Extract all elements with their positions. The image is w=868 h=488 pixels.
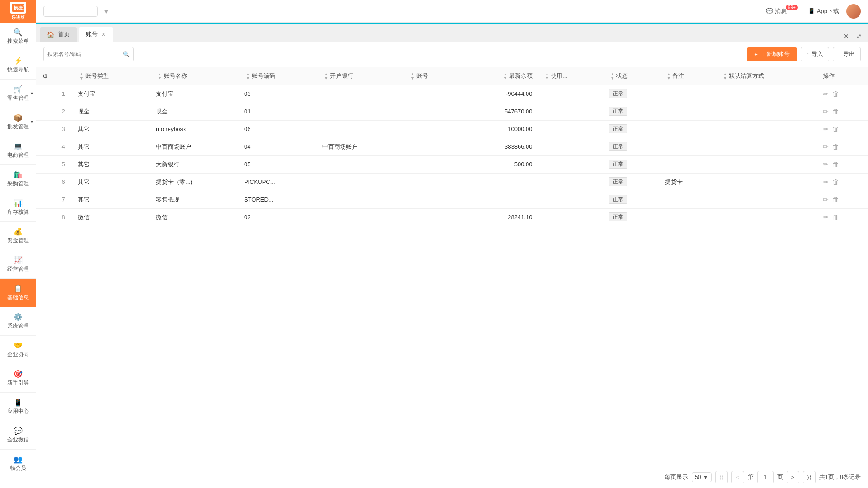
table-row: 5 其它 大新银行 05 500.00 正常 ✏ 🗑 xyxy=(36,155,868,173)
sidebar-item-wholesale-mgmt[interactable]: 📦 批发管理 ▼ xyxy=(0,108,36,136)
default-settlement-column-header[interactable]: ▲▼ 默认结算方式 xyxy=(716,67,817,85)
name-column-header[interactable]: ▲▼ 账号名称 xyxy=(151,67,239,85)
notification-button[interactable]: 💬 消息 99+ xyxy=(766,7,801,15)
type-column-header[interactable]: ▲▼ 账号类型 xyxy=(72,67,151,85)
row-default-settlement-cell xyxy=(716,85,817,103)
note-column-header[interactable]: ▲▼ 备注 xyxy=(660,67,716,85)
import-button[interactable]: ↑ 导入 xyxy=(801,47,829,61)
row-balance-cell: 10000.00 xyxy=(459,120,538,138)
table-row: 2 现金 现金 01 547670.00 正常 ✏ 🗑 xyxy=(36,103,868,120)
sidebar-item-app-center[interactable]: 📱 应用中心 xyxy=(0,393,36,421)
sidebar-item-inventory-check[interactable]: 📊 库存核算 xyxy=(0,193,36,222)
export-button[interactable]: ↓ 导出 xyxy=(833,47,861,61)
sidebar-item-retail-mgmt[interactable]: 🛒 零售管理 ▼ xyxy=(0,80,36,108)
row-status-cell: 正常 xyxy=(603,208,659,226)
table-row: 3 其它 moneybosx 06 10000.00 正常 ✏ 🗑 xyxy=(36,120,868,138)
edit-button[interactable]: ✏ xyxy=(823,178,829,186)
delete-button[interactable]: 🗑 xyxy=(832,90,839,98)
status-badge: 正常 xyxy=(609,160,627,169)
row-default-settlement-cell xyxy=(716,173,817,191)
row-status-cell: 正常 xyxy=(603,138,659,155)
action-buttons: ✏ 🗑 xyxy=(823,90,863,98)
delete-button[interactable]: 🗑 xyxy=(832,196,839,204)
sidebar-item-operations-mgmt[interactable]: 📈 经营管理 xyxy=(0,250,36,279)
sidebar-item-ecommerce-mgmt[interactable]: 💻 电商管理 xyxy=(0,136,36,165)
finance-mgmt-icon: 💰 xyxy=(14,227,23,236)
action-buttons: ✏ 🗑 xyxy=(823,108,863,116)
delete-button[interactable]: 🗑 xyxy=(832,178,839,186)
row-settings-cell xyxy=(36,120,54,138)
tab-account[interactable]: 账号 ✕ xyxy=(79,27,113,42)
delete-button[interactable]: 🗑 xyxy=(832,143,839,151)
notification-badge: 99+ xyxy=(786,5,798,10)
sidebar-item-search-menu[interactable]: 🔍 搜索菜单 xyxy=(0,23,36,51)
code-column-header[interactable]: ▲▼ 账号编码 xyxy=(239,67,317,85)
settings-icon[interactable]: ⚙ xyxy=(42,73,48,80)
sort-icons: ▲▼ xyxy=(610,72,614,80)
balance-column-header[interactable]: ▲▼ 最新余额 xyxy=(459,67,538,85)
sidebar-item-system-mgmt[interactable]: ⚙️ 系统管理 xyxy=(0,307,36,336)
first-page-button[interactable]: ⟨⟨ xyxy=(715,471,728,483)
bank-column-header[interactable]: ▲▼ 开户银行 xyxy=(317,67,403,85)
table-row: 4 其它 中百商场账户 04 中百商场账户 383866.00 正常 ✏ 🗑 xyxy=(36,138,868,155)
delete-button[interactable]: 🗑 xyxy=(832,213,839,221)
operations-mgmt-icon: 📈 xyxy=(14,256,23,264)
row-usage-cell xyxy=(538,155,604,173)
search-input[interactable] xyxy=(47,51,120,57)
last-page-button[interactable]: ⟩⟩ xyxy=(803,471,816,483)
inventory-check-icon: 📊 xyxy=(14,199,23,207)
app-download-button[interactable]: 📱 App下载 xyxy=(808,7,839,15)
app-download-icon: 📱 xyxy=(808,8,815,14)
row-balance-cell: 500.00 xyxy=(459,155,538,173)
edit-button[interactable]: ✏ xyxy=(823,125,829,133)
pagination: 每页显示 50 ▼ ⟨⟨ ＜ 第 页 ＞ ⟩⟩ 共1页，8条记录 xyxy=(36,466,868,488)
edit-button[interactable]: ✏ xyxy=(823,108,829,116)
export-icon: ↓ xyxy=(839,51,842,58)
row-code-cell: 06 xyxy=(239,120,317,138)
tab-close-icon[interactable]: ✕ xyxy=(101,31,106,38)
action-buttons: ✏ 🗑 xyxy=(823,213,863,221)
chevron-down-icon: ▼ xyxy=(30,120,34,124)
row-code-cell: 02 xyxy=(239,208,317,226)
search-box: 🔍 xyxy=(43,47,134,61)
sidebar-item-purchase-mgmt[interactable]: 🛍️ 采购管理 xyxy=(0,165,36,193)
sidebar-item-enterprise-agreement[interactable]: 🤝 企业协同 xyxy=(0,336,36,364)
edit-button[interactable]: ✏ xyxy=(823,213,829,221)
tab-close-all-button[interactable]: ✕ xyxy=(841,31,852,42)
sidebar-item-members[interactable]: 👥 畅会员 xyxy=(0,450,36,478)
sidebar-item-quick-nav[interactable]: ⚡ 快捷导航 xyxy=(0,51,36,80)
avatar[interactable] xyxy=(846,4,861,19)
delete-button[interactable]: 🗑 xyxy=(832,108,839,116)
edit-button[interactable]: ✏ xyxy=(823,90,829,98)
search-icon[interactable]: 🔍 xyxy=(123,51,130,57)
settings-column-header[interactable]: ⚙ xyxy=(36,67,54,85)
page-number-input[interactable] xyxy=(757,471,774,483)
edit-button[interactable]: ✏ xyxy=(823,196,829,204)
sidebar-item-basic-info[interactable]: 📋 基础信息 xyxy=(0,279,36,307)
sidebar-item-finance-mgmt[interactable]: 💰 资金管理 xyxy=(0,222,36,250)
row-status-cell: 正常 xyxy=(603,173,659,191)
top-search-input[interactable] xyxy=(43,6,98,17)
status-badge: 正常 xyxy=(609,195,627,204)
row-balance-cell xyxy=(459,191,538,208)
row-action-cell: ✏ 🗑 xyxy=(817,191,868,208)
tab-expand-button[interactable]: ⤢ xyxy=(854,31,864,42)
sidebar-item-new-guide[interactable]: 🎯 新手引导 xyxy=(0,364,36,393)
row-code-cell: PICKUPC... xyxy=(239,173,317,191)
edit-button[interactable]: ✏ xyxy=(823,160,829,169)
add-account-button[interactable]: + + 新增账号 xyxy=(747,47,797,61)
sidebar-item-label: 快捷导航 xyxy=(7,66,29,74)
next-page-button[interactable]: ＞ xyxy=(787,471,799,483)
status-column-header[interactable]: ▲▼ 状态 xyxy=(603,67,659,85)
tab-home[interactable]: 🏠 首页 xyxy=(40,27,77,42)
usage-column-header[interactable]: ▲▼ 使用... xyxy=(538,67,604,85)
notification-label: 消息 xyxy=(775,7,787,15)
page-size-select[interactable]: 50 ▼ xyxy=(692,472,711,482)
delete-button[interactable]: 🗑 xyxy=(832,125,839,133)
delete-button[interactable]: 🗑 xyxy=(832,160,839,169)
prev-page-button[interactable]: ＜ xyxy=(731,471,744,483)
edit-button[interactable]: ✏ xyxy=(823,143,829,151)
account-column-header[interactable]: ▲▼ 账号 xyxy=(403,67,459,85)
sidebar-item-enterprise-wechat[interactable]: 💬 企业微信 xyxy=(0,421,36,450)
dropdown-icon[interactable]: ▼ xyxy=(103,8,109,15)
